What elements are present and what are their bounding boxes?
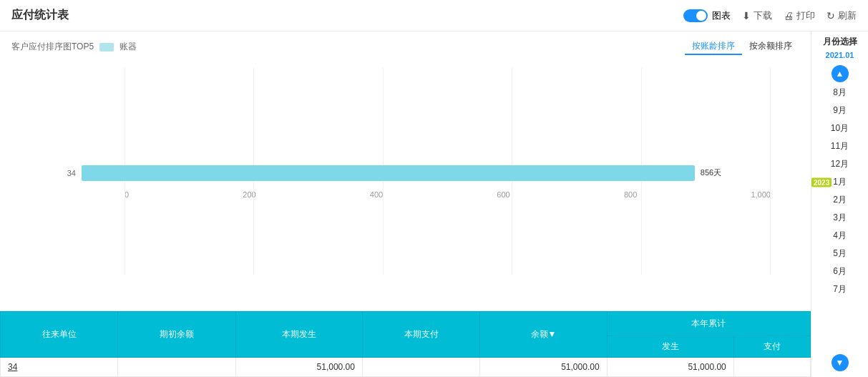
legend-item-label: 账器 [120,41,137,53]
th-current-pay: 本期支付 [362,312,479,358]
month-label: 7月 [833,284,847,294]
month-item[interactable]: 4月 [811,227,868,245]
bar-end-label: 856天 [701,167,721,178]
unit-link[interactable]: 34 [8,362,17,372]
month-item[interactable]: 5月 [811,245,868,263]
month-item[interactable]: 6月 [811,263,868,280]
chart-toggle[interactable]: 图表 [683,9,731,22]
toggle-track [683,9,708,22]
month-label: 6月 [833,266,847,276]
download-icon: ⬇ [742,10,751,21]
refresh-label: 刷新 [838,9,857,22]
x-axis-label: 400 [370,190,383,199]
month-item[interactable]: 8月 [811,84,868,102]
page-title: 应付统计表 [11,8,69,23]
cell-unit: 34 [1,358,118,377]
print-button[interactable]: 🖨 打印 [784,9,815,22]
month-item[interactable]: 3月 [811,209,868,227]
month-item[interactable]: 10月 [811,119,868,137]
month-item[interactable]: 12月 [811,155,868,173]
x-axis-label: 1,000 [751,190,771,199]
th-current-occ: 本期发生 [235,312,362,358]
month-label: 3月 [833,212,847,222]
chart-legend-title: 客户应付排序图TOP5 [11,41,94,53]
refresh-button[interactable]: ↻ 刷新 [826,9,857,22]
month-label: 11月 [831,141,849,151]
x-axis-label: 0 [125,190,129,199]
cell-ytd-pay [733,358,810,377]
scroll-down-button[interactable]: ▼ [832,354,849,371]
x-axis: 02004006008001,000 [54,190,771,199]
table-header-row1: 往来单位 期初余额 本期发生 本期支付 余额▼ 本年累计 [1,312,811,336]
th-unit: 往来单位 [1,312,118,358]
chart-sort-buttons: 按账龄排序 按余额排序 [685,39,799,55]
th-ytd: 本年累计 [607,312,810,336]
th-ytd-pay: 支付 [733,336,810,358]
bar-fill [82,165,695,181]
right-sidebar: 月份选择 2021.01 ▲ 8月9月10月11月12月20231月2月3月4月… [811,31,868,377]
toggle-thumb [696,11,706,21]
left-panel: 客户应付排序图TOP5 账器 按账龄排序 按余额排序 [0,31,811,377]
bar-label: 34 [54,169,76,177]
month-label: 9月 [833,105,847,115]
print-label: 打印 [796,9,815,22]
month-item[interactable]: 2月 [811,191,868,209]
th-ytd-occ: 发生 [607,336,733,358]
th-balance: 余额▼ [480,312,607,358]
download-label: 下载 [754,9,772,22]
month-label: 1月 [833,177,847,187]
month-item[interactable]: 20231月 [811,173,868,191]
month-label: 8月 [833,87,847,97]
month-label: 4月 [833,230,847,240]
sort-by-amount-button[interactable]: 按余额排序 [742,39,799,55]
sidebar-year-display: 2021.01 [826,51,854,59]
bar-row: 34 856天 [54,162,771,185]
th-opening: 期初余额 [118,312,235,358]
table-area: 往来单位 期初余额 本期发生 本期支付 余额▼ 本年累计 发生 支付 [0,311,811,377]
month-label: 10月 [831,123,849,133]
chart-area: 客户应付排序图TOP5 账器 按账龄排序 按余额排序 [0,31,811,311]
bar-chart: 34 856天 02004006008001,000 [11,61,799,303]
chart-legend: 客户应付排序图TOP5 账器 [11,41,137,53]
cell-current-occ: 51,000.00 [235,358,362,377]
month-label: 2月 [833,195,847,205]
cell-opening [118,358,235,377]
table-row: 34 51,000.00 51,000.00 51,000.00 [1,358,811,377]
app-container: 应付统计表 图表 ⬇ 下载 🖨 打印 ↻ 刷新 [0,0,868,377]
legend-box [99,43,114,52]
x-axis-label: 200 [243,190,255,199]
month-list: 8月9月10月11月12月20231月2月3月4月5月6月7月 [811,84,868,353]
month-item[interactable]: 9月 [811,102,868,119]
cell-current-pay [362,358,479,377]
main-content: 客户应付排序图TOP5 账器 按账龄排序 按余额排序 [0,31,868,377]
table-body: 34 51,000.00 51,000.00 51,000.00 [1,358,811,377]
refresh-icon: ↻ [826,10,835,21]
scroll-up-button[interactable]: ▲ [832,65,849,82]
x-axis-label: 800 [624,190,637,199]
month-item[interactable]: 11月 [811,137,868,155]
download-button[interactable]: ⬇ 下载 [742,9,772,22]
month-label: 5月 [833,248,847,258]
bars-container: 34 856天 [54,159,771,187]
month-item[interactable]: 7月 [811,280,868,298]
cell-ytd-occ: 51,000.00 [607,358,733,377]
sort-by-balance-button[interactable]: 按账龄排序 [685,39,742,55]
chart-header: 客户应付排序图TOP5 账器 按账龄排序 按余额排序 [11,39,799,55]
header: 应付统计表 图表 ⬇ 下载 🖨 打印 ↻ 刷新 [0,0,868,31]
data-table: 往来单位 期初余额 本期发生 本期支付 余额▼ 本年累计 发生 支付 [0,311,811,377]
x-axis-label: 600 [497,190,509,199]
header-actions: 图表 ⬇ 下载 🖨 打印 ↻ 刷新 [683,9,857,22]
cell-balance: 51,000.00 [480,358,607,377]
month-label: 12月 [831,159,849,169]
chart-toggle-label: 图表 [712,9,731,22]
sidebar-label: 月份选择 [823,36,857,48]
bar-chart-inner: 34 856天 02004006008001,000 [54,68,771,289]
year-badge: 2023 [811,177,832,187]
print-icon: 🖨 [784,10,794,21]
